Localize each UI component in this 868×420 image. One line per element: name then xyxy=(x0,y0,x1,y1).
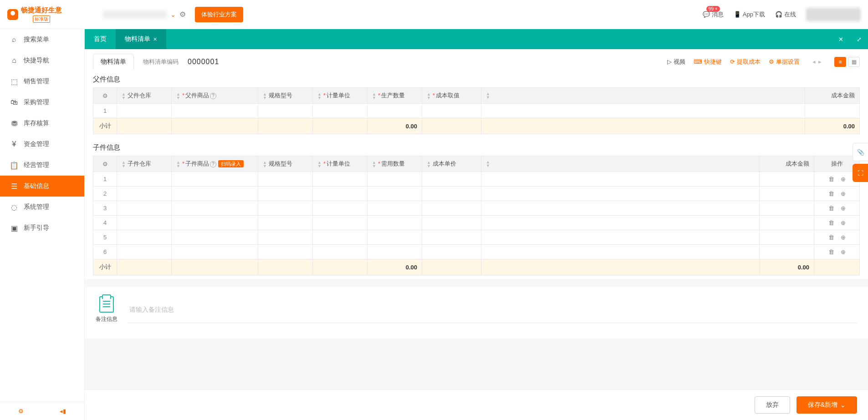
settings-icon[interactable]: ⚙ xyxy=(18,408,24,415)
brand-name: 畅捷通好生意 xyxy=(21,6,62,15)
parent-subtotal-row: 小计 0.00 0.00 xyxy=(93,118,860,134)
sidebar-icon: ☰ xyxy=(10,182,18,190)
messages-link[interactable]: 💬 消息 99 + xyxy=(703,10,724,19)
parent-col-unit[interactable]: ▲▼*计量单位 xyxy=(313,88,368,104)
save-and-new-button[interactable]: 保存&新增 ⌄ xyxy=(797,396,857,414)
help-icon[interactable]: ? xyxy=(210,93,216,99)
table-row[interactable]: 5🗑⊕ xyxy=(93,230,860,245)
delete-row-icon[interactable]: 🗑 xyxy=(828,205,834,212)
online-support-link[interactable]: 🎧 在线 xyxy=(775,10,796,19)
online-label: 在线 xyxy=(784,10,796,19)
expand-icon: ⤢ xyxy=(857,36,862,43)
add-row-icon[interactable]: ⊕ xyxy=(841,248,846,255)
child-col-product[interactable]: ▲▼*子件商品?扫码录入 xyxy=(172,156,258,172)
close-icon: ✕ xyxy=(838,36,843,43)
table-row[interactable]: 1 xyxy=(93,104,860,118)
sidebar-label: 销售管理 xyxy=(24,77,49,86)
top-actions: 💬 消息 99 + 📱 App下载 🎧 在线 xyxy=(703,8,861,21)
add-row-icon[interactable]: ⊕ xyxy=(841,219,846,226)
attachment-tab[interactable]: 📎 xyxy=(853,143,868,161)
video-link[interactable]: ▷视频 xyxy=(667,58,685,66)
close-icon[interactable]: ✕ xyxy=(153,36,157,42)
help-icon[interactable]: ? xyxy=(210,161,216,167)
record-nav: ◂ ▸ xyxy=(812,58,822,65)
settings-gear-icon[interactable]: ⚙ xyxy=(179,10,186,19)
brand-edition: 标准版 xyxy=(33,15,50,23)
sidebar-item-purchase[interactable]: 🛍采购管理 xyxy=(0,92,84,113)
sidebar-item-system[interactable]: ◌系统管理 xyxy=(0,197,84,218)
delete-row-icon[interactable]: 🗑 xyxy=(828,176,834,182)
delete-row-icon[interactable]: 🗑 xyxy=(828,219,834,226)
parent-col-config[interactable]: ⚙ xyxy=(93,88,117,104)
tab-0[interactable]: 首页 xyxy=(85,29,116,49)
sidebar-icon: ⛃ xyxy=(10,119,18,127)
collapse-sidebar-icon[interactable]: ◂▮ xyxy=(60,408,66,415)
child-col-qty[interactable]: ▲▼*需用数量 xyxy=(368,156,422,172)
table-row[interactable]: 6🗑⊕ xyxy=(93,245,860,259)
add-row-icon[interactable]: ⊕ xyxy=(841,176,846,182)
parent-col-warehouse[interactable]: ▲▼父件仓库 xyxy=(117,88,172,104)
app-download-link[interactable]: 📱 App下载 xyxy=(734,10,765,19)
sidebar-label: 库存核算 xyxy=(24,119,49,127)
delete-row-icon[interactable]: 🗑 xyxy=(828,234,834,241)
child-table: ⚙ ▲▼子件仓库 ▲▼*子件商品?扫码录入 ▲▼规格型号 ▲▼*计量单位 ▲▼*… xyxy=(85,156,868,279)
sidebar-icon: ⬚ xyxy=(10,77,18,86)
child-col-spec[interactable]: ▲▼规格型号 xyxy=(258,156,313,172)
child-col-unit[interactable]: ▲▼*计量单位 xyxy=(313,156,368,172)
table-row[interactable]: 2🗑⊕ xyxy=(93,187,860,201)
sidebar-item-guide[interactable]: ▣新手引导 xyxy=(0,218,84,238)
remark-input[interactable] xyxy=(128,296,857,323)
user-avatar-masked[interactable] xyxy=(806,8,861,21)
add-row-icon[interactable]: ⊕ xyxy=(841,234,846,241)
view-grid-button[interactable]: ▦ xyxy=(848,57,860,67)
doc-settings-link[interactable]: ⚙单据设置 xyxy=(769,58,800,66)
delete-row-icon[interactable]: 🗑 xyxy=(828,190,834,197)
child-subtotal-row: 小计 0.00 0.00 xyxy=(93,259,860,275)
tab-label: 首页 xyxy=(94,35,107,43)
sidebar-item-sales[interactable]: ⬚销售管理 xyxy=(0,71,84,92)
child-col-cost-amt[interactable]: 成本金额 xyxy=(760,156,814,172)
view-list-button[interactable]: ≡ xyxy=(834,57,846,67)
tab-label: 物料清单 xyxy=(125,35,150,43)
table-row[interactable]: 3🗑⊕ xyxy=(93,201,860,216)
extract-icon: ⟳ xyxy=(730,58,735,65)
trial-button[interactable]: 体验行业方案 xyxy=(195,7,243,22)
parent-col-cost-amt[interactable]: 成本金额 xyxy=(805,88,860,104)
parent-col-qty[interactable]: ▲▼*生产数量 xyxy=(368,88,422,104)
parent-col-product[interactable]: ▲▼*父件商品? xyxy=(172,88,258,104)
sidebar-item-funds[interactable]: ¥资金管理 xyxy=(0,134,84,155)
footer-actions: 放弃 保存&新增 ⌄ xyxy=(85,390,868,420)
right-float-panel: 📎 ⛶ xyxy=(853,143,868,182)
scan-input-tag[interactable]: 扫码录入 xyxy=(218,160,244,167)
add-row-icon[interactable]: ⊕ xyxy=(841,205,846,212)
play-icon: ▷ xyxy=(667,58,672,65)
child-col-warehouse[interactable]: ▲▼子件仓库 xyxy=(117,156,172,172)
org-selector[interactable]: ⌄ xyxy=(103,10,176,19)
tab-1[interactable]: 物料清单✕ xyxy=(116,29,166,49)
sidebar-item-inventory[interactable]: ⛃库存核算 xyxy=(0,113,84,134)
prev-record-icon[interactable]: ◂ xyxy=(812,58,816,65)
next-record-icon[interactable]: ▸ xyxy=(818,58,822,65)
tab-close-all-button[interactable]: ✕ xyxy=(832,29,850,49)
discard-button[interactable]: 放弃 xyxy=(755,396,790,414)
sidebar-item-quicknav[interactable]: ⌂快捷导航 xyxy=(0,50,84,71)
shortcut-link[interactable]: ⌨快捷键 xyxy=(694,58,722,66)
remark-section: 备注信息 xyxy=(85,287,868,339)
sidebar-item-operations[interactable]: 📋经营管理 xyxy=(0,155,84,176)
parent-col-cost-src[interactable]: ▲▼*成本取值 xyxy=(422,88,481,104)
parent-col-spec[interactable]: ▲▼规格型号 xyxy=(258,88,313,104)
sidebar-item-search[interactable]: ⌕搜索菜单 xyxy=(0,29,84,50)
sidebar-item-basicinfo[interactable]: ☰基础信息 xyxy=(0,176,84,197)
add-row-icon[interactable]: ⊕ xyxy=(841,190,846,197)
extract-cost-link[interactable]: ⟳提取成本 xyxy=(730,58,761,66)
tab-expand-button[interactable]: ⤢ xyxy=(850,29,868,49)
child-col-cost-price[interactable]: ▲▼成本单价 xyxy=(422,156,481,172)
table-row[interactable]: 4🗑⊕ xyxy=(93,216,860,230)
table-row[interactable]: 1🗑⊕ xyxy=(93,172,860,187)
sidebar-label: 基础信息 xyxy=(24,182,49,190)
page-tab-bom[interactable]: 物料清单 xyxy=(93,54,134,70)
gear-icon: ⚙ xyxy=(102,161,108,167)
delete-row-icon[interactable]: 🗑 xyxy=(828,248,834,255)
fullscreen-tab[interactable]: ⛶ xyxy=(853,164,868,182)
child-col-config[interactable]: ⚙ xyxy=(93,156,117,172)
